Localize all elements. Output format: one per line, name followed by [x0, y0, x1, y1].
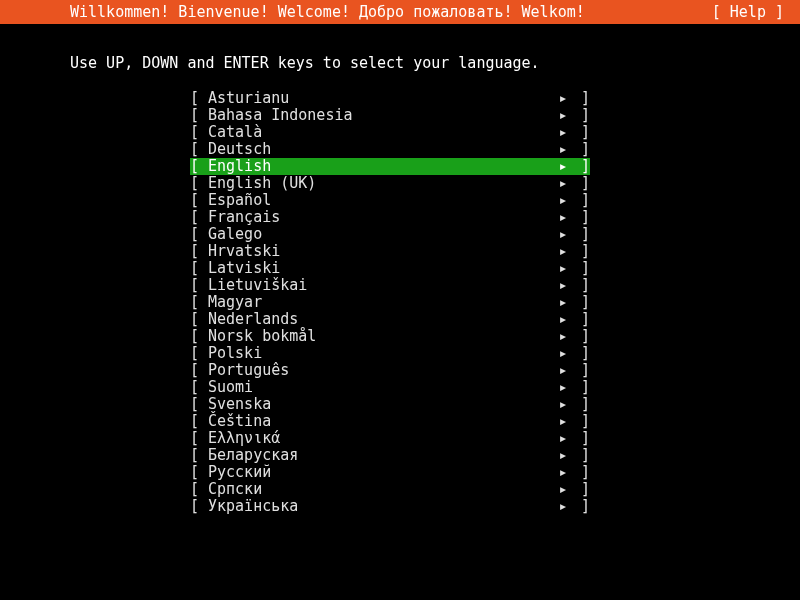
- language-item[interactable]: [ Nederlands▸ ]: [190, 311, 590, 328]
- language-item[interactable]: [ Lietuviškai▸ ]: [190, 277, 590, 294]
- bracket-close: ]: [572, 158, 590, 175]
- language-item[interactable]: [ Беларуская▸ ]: [190, 447, 590, 464]
- language-item[interactable]: [ Asturianu▸ ]: [190, 90, 590, 107]
- language-name: Ελληνικά: [208, 430, 554, 447]
- bracket-open: [: [190, 141, 208, 158]
- language-name: Čeština: [208, 413, 554, 430]
- language-item[interactable]: [ Bahasa Indonesia▸ ]: [190, 107, 590, 124]
- bracket-open: [: [190, 158, 208, 175]
- language-name: Magyar: [208, 294, 554, 311]
- arrow-right-icon: ▸: [554, 328, 572, 345]
- arrow-right-icon: ▸: [554, 345, 572, 362]
- bracket-close: ]: [572, 260, 590, 277]
- arrow-right-icon: ▸: [554, 362, 572, 379]
- language-name: Русский: [208, 464, 554, 481]
- arrow-right-icon: ▸: [554, 379, 572, 396]
- language-item[interactable]: [ Suomi▸ ]: [190, 379, 590, 396]
- language-name: English (UK): [208, 175, 554, 192]
- bracket-close: ]: [572, 311, 590, 328]
- language-item[interactable]: [ Norsk bokmål▸ ]: [190, 328, 590, 345]
- arrow-right-icon: ▸: [554, 192, 572, 209]
- arrow-right-icon: ▸: [554, 413, 572, 430]
- arrow-right-icon: ▸: [554, 90, 572, 107]
- language-item[interactable]: [ Português▸ ]: [190, 362, 590, 379]
- language-item[interactable]: [ Українська▸ ]: [190, 498, 590, 515]
- arrow-right-icon: ▸: [554, 158, 572, 175]
- bracket-close: ]: [572, 107, 590, 124]
- language-item[interactable]: [ Svenska▸ ]: [190, 396, 590, 413]
- bracket-open: [: [190, 379, 208, 396]
- bracket-open: [: [190, 226, 208, 243]
- bracket-close: ]: [572, 175, 590, 192]
- bracket-open: [: [190, 396, 208, 413]
- language-name: Hrvatski: [208, 243, 554, 260]
- language-item[interactable]: [ Magyar▸ ]: [190, 294, 590, 311]
- bracket-close: ]: [572, 226, 590, 243]
- language-item[interactable]: [ Latviski▸ ]: [190, 260, 590, 277]
- language-item[interactable]: [ Deutsch▸ ]: [190, 141, 590, 158]
- arrow-right-icon: ▸: [554, 209, 572, 226]
- language-item[interactable]: [ Galego▸ ]: [190, 226, 590, 243]
- bracket-close: ]: [572, 209, 590, 226]
- language-item[interactable]: [ English (UK)▸ ]: [190, 175, 590, 192]
- language-name: Français: [208, 209, 554, 226]
- language-item[interactable]: [ Српски▸ ]: [190, 481, 590, 498]
- help-button[interactable]: [ Help ]: [712, 3, 784, 21]
- language-item[interactable]: [ Ελληνικά▸ ]: [190, 430, 590, 447]
- bracket-close: ]: [572, 277, 590, 294]
- bracket-open: [: [190, 294, 208, 311]
- language-name: Беларуская: [208, 447, 554, 464]
- bracket-close: ]: [572, 430, 590, 447]
- bracket-open: [: [190, 498, 208, 515]
- bracket-close: ]: [572, 243, 590, 260]
- language-name: Nederlands: [208, 311, 554, 328]
- bracket-close: ]: [572, 192, 590, 209]
- bracket-open: [: [190, 107, 208, 124]
- language-item[interactable]: [ Čeština▸ ]: [190, 413, 590, 430]
- language-item[interactable]: [ English▸ ]: [190, 158, 590, 175]
- bracket-open: [: [190, 277, 208, 294]
- language-name: Bahasa Indonesia: [208, 107, 554, 124]
- arrow-right-icon: ▸: [554, 464, 572, 481]
- arrow-right-icon: ▸: [554, 124, 572, 141]
- bracket-open: [: [190, 447, 208, 464]
- language-item[interactable]: [ Español▸ ]: [190, 192, 590, 209]
- language-name: Polski: [208, 345, 554, 362]
- language-name: Asturianu: [208, 90, 554, 107]
- arrow-right-icon: ▸: [554, 294, 572, 311]
- language-item[interactable]: [ Polski▸ ]: [190, 345, 590, 362]
- bracket-close: ]: [572, 345, 590, 362]
- arrow-right-icon: ▸: [554, 107, 572, 124]
- arrow-right-icon: ▸: [554, 226, 572, 243]
- language-item[interactable]: [ Hrvatski▸ ]: [190, 243, 590, 260]
- bracket-close: ]: [572, 464, 590, 481]
- bracket-open: [: [190, 260, 208, 277]
- arrow-right-icon: ▸: [554, 396, 572, 413]
- bracket-close: ]: [572, 124, 590, 141]
- bracket-close: ]: [572, 294, 590, 311]
- language-name: Українська: [208, 498, 554, 515]
- bracket-open: [: [190, 345, 208, 362]
- language-name: Galego: [208, 226, 554, 243]
- arrow-right-icon: ▸: [554, 243, 572, 260]
- bracket-open: [: [190, 328, 208, 345]
- language-item[interactable]: [ Русский▸ ]: [190, 464, 590, 481]
- bracket-open: [: [190, 430, 208, 447]
- bracket-close: ]: [572, 328, 590, 345]
- bracket-open: [: [190, 481, 208, 498]
- bracket-close: ]: [572, 90, 590, 107]
- bracket-close: ]: [572, 481, 590, 498]
- language-name: Suomi: [208, 379, 554, 396]
- arrow-right-icon: ▸: [554, 141, 572, 158]
- language-name: Српски: [208, 481, 554, 498]
- language-item[interactable]: [ Français▸ ]: [190, 209, 590, 226]
- language-list: [ Asturianu▸ ][ Bahasa Indonesia▸ ][ Cat…: [190, 90, 590, 515]
- language-item[interactable]: [ Català▸ ]: [190, 124, 590, 141]
- language-name: Deutsch: [208, 141, 554, 158]
- bracket-close: ]: [572, 141, 590, 158]
- arrow-right-icon: ▸: [554, 447, 572, 464]
- bracket-close: ]: [572, 447, 590, 464]
- bracket-open: [: [190, 175, 208, 192]
- bracket-close: ]: [572, 498, 590, 515]
- instruction-text: Use UP, DOWN and ENTER keys to select yo…: [70, 54, 800, 72]
